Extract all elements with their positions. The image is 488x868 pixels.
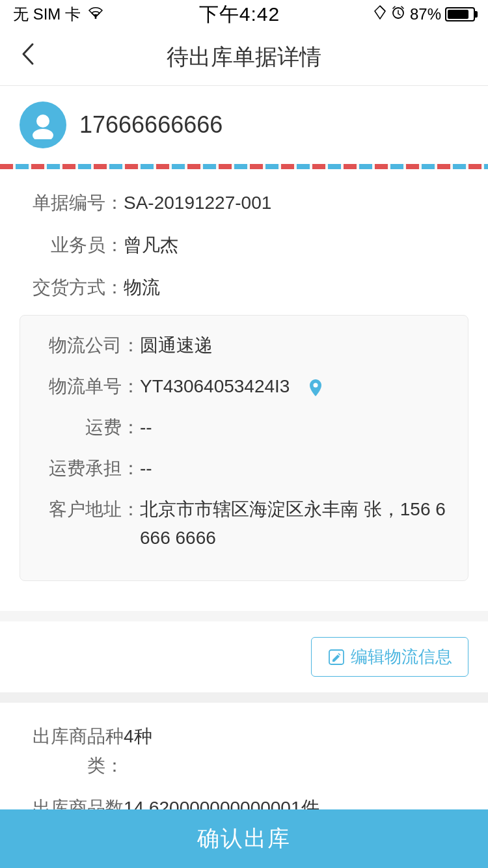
map-location-icon[interactable] — [305, 377, 326, 398]
svg-point-4 — [314, 383, 318, 387]
tracking-value: YT43064053424I3 — [140, 372, 452, 401]
confirm-button-area[interactable]: 确认出库 — [0, 809, 488, 868]
battery-icon — [445, 7, 475, 21]
nav-bar: 待出库单据详情 — [0, 29, 488, 86]
salesperson-row: 业务员： 曾凡杰 — [20, 231, 468, 260]
freight-label: 运费： — [36, 413, 140, 442]
status-carrier: 无 SIM 卡 — [13, 4, 105, 25]
avatar — [20, 102, 66, 148]
goods-type-row: 出库商品种类： 4种 — [20, 722, 468, 781]
status-bar: 无 SIM 卡 下午4:42 87% — [0, 0, 488, 29]
location-status-icon — [373, 5, 386, 24]
logistics-company-value: 圆通速递 — [140, 331, 452, 360]
carrier-text: 无 SIM 卡 — [13, 4, 81, 25]
doc-number-value: SA-20191227-001 — [124, 189, 468, 218]
alarm-icon — [390, 5, 406, 24]
wifi-icon — [86, 5, 105, 23]
delivery-method-label: 交货方式： — [20, 273, 124, 303]
freight-bear-label: 运费承担： — [36, 454, 140, 483]
address-row: 客户地址： 北京市市辖区海淀区永丰南 张，156 6666 6666 — [36, 495, 452, 554]
logistics-company-label: 物流公司： — [36, 331, 140, 360]
salesperson-value: 曾凡杰 — [124, 231, 468, 260]
edit-logistics-area: 编辑物流信息 — [0, 621, 488, 692]
freight-row: 运费： -- — [36, 413, 452, 442]
tracking-number-row: 物流单号： YT43064053424I3 — [36, 372, 452, 401]
page-title: 待出库单据详情 — [167, 42, 321, 72]
delivery-method-row: 交货方式： 物流 — [20, 273, 468, 303]
status-right: 87% — [373, 5, 475, 24]
status-time: 下午4:42 — [199, 1, 280, 28]
tracking-label: 物流单号： — [36, 372, 140, 401]
delivery-method-value: 物流 — [124, 273, 468, 303]
address-label: 客户地址： — [36, 495, 140, 524]
order-info-section: 单据编号： SA-20191227-001 业务员： 曾凡杰 交货方式： 物流 … — [0, 169, 488, 611]
confirm-button-label: 确认出库 — [197, 824, 291, 854]
goods-type-value: 4种 — [124, 722, 468, 752]
customer-header: 17666666666 — [0, 86, 488, 164]
section-divider — [0, 692, 488, 703]
salesperson-label: 业务员： — [20, 231, 124, 260]
svg-point-3 — [33, 129, 53, 139]
main-content: 17666666666 单据编号： SA-20191227-001 业务员： 曾… — [0, 86, 488, 868]
svg-point-0 — [95, 17, 97, 19]
doc-number-row: 单据编号： SA-20191227-001 — [20, 189, 468, 218]
freight-bear-value: -- — [140, 454, 452, 483]
goods-type-label: 出库商品种类： — [20, 722, 124, 781]
battery-percentage: 87% — [410, 5, 441, 23]
edit-logistics-button[interactable]: 编辑物流信息 — [311, 637, 468, 677]
doc-number-label: 单据编号： — [20, 189, 124, 218]
tracking-text: YT43064053424I3 — [140, 376, 290, 396]
back-button[interactable] — [20, 42, 59, 72]
freight-bear-row: 运费承担： -- — [36, 454, 452, 483]
customer-phone: 17666666666 — [79, 111, 223, 139]
logistics-card: 物流公司： 圆通速递 物流单号： YT43064053424I3 运费： — [20, 315, 468, 581]
dashed-divider — [0, 164, 488, 169]
freight-value: -- — [140, 413, 452, 442]
edit-logistics-label: 编辑物流信息 — [351, 645, 452, 668]
address-value: 北京市市辖区海淀区永丰南 张，156 6666 6666 — [140, 495, 452, 554]
logistics-company-row: 物流公司： 圆通速递 — [36, 331, 452, 360]
svg-point-2 — [36, 115, 49, 128]
